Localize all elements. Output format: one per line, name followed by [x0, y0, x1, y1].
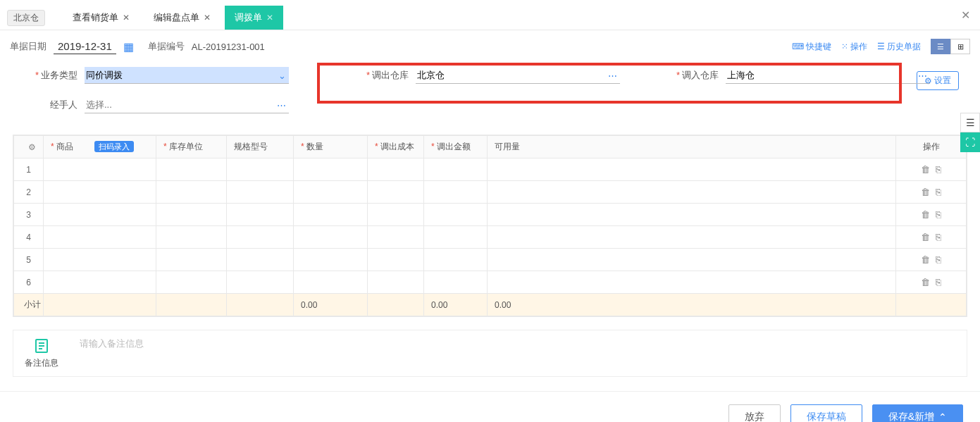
operate-link[interactable]: ⁙操作 — [841, 41, 867, 53]
keyboard-icon: ⌨ — [792, 42, 804, 51]
col-spec: 规格型号 — [227, 136, 294, 159]
close-icon[interactable]: ✕ — [204, 13, 211, 23]
delete-icon[interactable]: 🗑 — [921, 254, 930, 265]
gear-icon[interactable]: ⚙ — [14, 136, 44, 159]
table-row[interactable]: 2🗑⎘ — [14, 181, 967, 204]
row-number: 6 — [14, 271, 44, 294]
link-label: 操作 — [850, 41, 867, 53]
col-out-cost: *调出成本 — [368, 136, 424, 159]
subtotal-label: 小计 — [14, 294, 44, 316]
field-label: *调入仓库 — [662, 69, 719, 82]
field-handler: 经手人 ⋯ — [21, 97, 289, 113]
table-row[interactable]: 3🗑⎘ — [14, 204, 967, 226]
side-tool-note[interactable]: ☰ — [960, 113, 980, 132]
subtotal-row: 小计 0.00 0.00 0.00 — [14, 294, 967, 316]
more-icon[interactable]: ⋯ — [608, 70, 617, 81]
copy-icon[interactable]: ⎘ — [936, 277, 941, 287]
col-qty: *数量 — [294, 136, 368, 159]
date-value[interactable]: 2019-12-31 — [54, 39, 116, 54]
chevron-down-icon[interactable]: ⌄ — [278, 70, 286, 81]
scan-input-button[interactable]: 扫码录入 — [94, 141, 134, 152]
close-all-icon[interactable]: ✕ — [961, 8, 970, 22]
delete-icon[interactable]: 🗑 — [921, 187, 930, 197]
view-grid-button[interactable]: ⊞ — [950, 39, 970, 54]
row-number: 1 — [14, 159, 44, 181]
field-label: *调出仓库 — [352, 69, 409, 82]
subtotal-amount: 0.00 — [424, 294, 488, 316]
tab-transfer-order[interactable]: 调拨单✕ — [225, 6, 283, 30]
docno-value: AL-20191231-001 — [192, 42, 265, 52]
field-out-warehouse: *调出仓库 ⋯ — [352, 67, 620, 84]
in-warehouse-input[interactable] — [726, 67, 930, 84]
view-toggle: ☰ ⊞ — [931, 39, 970, 54]
table-row[interactable]: 5🗑⎘ — [14, 249, 967, 271]
tab-label: 调拨单 — [235, 11, 262, 24]
col-out-amount: *调出金额 — [424, 136, 488, 159]
save-draft-button[interactable]: 保存草稿 — [790, 404, 862, 422]
tab-label: 查看销货单 — [73, 11, 118, 24]
side-tool-expand[interactable]: ⛶ — [960, 132, 980, 152]
field-biz-type: *业务类型 ⌄ — [21, 67, 289, 84]
tab-view-sales[interactable]: 查看销货单✕ — [63, 6, 139, 30]
field-label: *业务类型 — [21, 69, 77, 82]
remark-input[interactable] — [70, 330, 967, 376]
row-number: 4 — [14, 226, 44, 249]
close-icon[interactable]: ✕ — [123, 13, 130, 23]
copy-icon[interactable]: ⎘ — [936, 209, 941, 220]
table-row[interactable]: 1🗑⎘ — [14, 159, 967, 181]
col-product: *商品扫码录入 — [44, 136, 156, 159]
more-icon[interactable]: ⋯ — [918, 70, 927, 81]
col-unit: *库存单位 — [156, 136, 227, 159]
form-area: ⚙设置 *业务类型 ⌄ *调出仓库 ⋯ *调入仓库 ⋯ 经手人 — [0, 63, 980, 128]
button-label: 保存&新增 — [888, 411, 934, 422]
remark-section: 备注信息 — [13, 330, 967, 377]
remark-label: 备注信息 — [13, 330, 70, 376]
copy-icon[interactable]: ⎘ — [936, 254, 941, 265]
tab-edit-inventory[interactable]: 编辑盘点单✕ — [144, 6, 221, 30]
table-row[interactable]: 4🗑⎘ — [14, 226, 967, 249]
field-in-warehouse: *调入仓库 ⋯ — [662, 67, 930, 84]
col-operation: 操作 — [896, 136, 967, 159]
tab-label: 编辑盘点单 — [154, 11, 199, 24]
grid-icon: ⁙ — [841, 42, 848, 51]
chevron-up-icon: ⌃ — [938, 411, 947, 422]
button-label: 设置 — [934, 75, 951, 87]
more-icon[interactable]: ⋯ — [277, 100, 286, 111]
date-label: 单据日期 — [10, 40, 46, 53]
col-available: 可用量 — [488, 136, 896, 159]
copy-icon[interactable]: ⎘ — [936, 164, 941, 175]
row-number: 5 — [14, 249, 44, 271]
row-number: 3 — [14, 204, 44, 226]
table-row[interactable]: 6🗑⎘ — [14, 271, 967, 294]
copy-icon[interactable]: ⎘ — [936, 187, 941, 197]
save-new-button[interactable]: 保存&新增⌃ — [872, 404, 963, 422]
items-table: ⚙ *商品扫码录入 *库存单位 规格型号 *数量 *调出成本 *调出金额 可用量… — [13, 135, 967, 317]
tab-bar: 北京仓 查看销货单✕ 编辑盘点单✕ 调拨单✕ ✕ — [0, 0, 980, 30]
doc-header: 单据日期 2019-12-31 ▦ 单据编号 AL-20191231-001 ⌨… — [0, 30, 980, 63]
subtotal-available: 0.00 — [488, 294, 896, 316]
side-tools: ☰ ⛶ — [960, 113, 980, 152]
delete-icon[interactable]: 🗑 — [921, 209, 930, 220]
docno-label: 单据编号 — [148, 40, 185, 53]
copy-icon[interactable]: ⎘ — [936, 232, 941, 242]
discard-button[interactable]: 放弃 — [728, 404, 781, 422]
field-label: 经手人 — [21, 99, 77, 111]
warehouse-tag[interactable]: 北京仓 — [7, 10, 45, 26]
calendar-icon[interactable]: ▦ — [123, 40, 134, 54]
link-label: 快捷键 — [806, 41, 831, 53]
note-icon — [33, 337, 50, 354]
footer-actions: 放弃 保存草稿 保存&新增⌃ — [0, 391, 980, 422]
delete-icon[interactable]: 🗑 — [921, 164, 930, 175]
close-icon[interactable]: ✕ — [266, 13, 273, 23]
shortcut-link[interactable]: ⌨快捷键 — [792, 41, 831, 53]
row-number: 2 — [14, 181, 44, 204]
delete-icon[interactable]: 🗑 — [921, 277, 930, 287]
handler-input[interactable] — [85, 97, 289, 113]
view-list-button[interactable]: ☰ — [931, 39, 950, 54]
delete-icon[interactable]: 🗑 — [921, 232, 930, 242]
biz-type-input[interactable] — [85, 67, 289, 84]
link-label: 历史单据 — [887, 41, 921, 53]
subtotal-qty: 0.00 — [294, 294, 368, 316]
history-link[interactable]: ☰历史单据 — [877, 41, 921, 53]
out-warehouse-input[interactable] — [416, 67, 620, 84]
